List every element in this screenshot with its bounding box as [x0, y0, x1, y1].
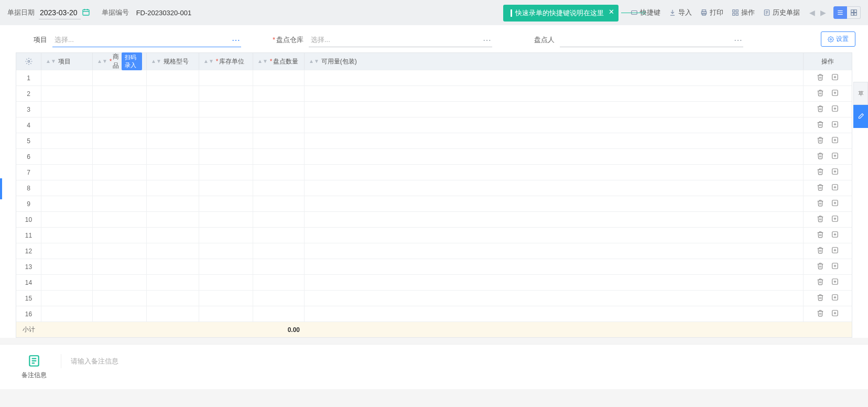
table-row[interactable]: 2 [16, 85, 852, 101]
cell-project[interactable] [41, 243, 93, 259]
print-button[interactable]: 打印 [697, 6, 726, 19]
cell-goods[interactable] [93, 133, 147, 148]
cell-avail[interactable] [305, 180, 804, 196]
cell-spec[interactable] [147, 212, 199, 227]
table-row[interactable]: 16 [16, 306, 852, 322]
cell-project[interactable] [41, 102, 93, 117]
add-row-button[interactable] [831, 262, 839, 271]
close-icon[interactable]: ✕ [609, 8, 614, 16]
delete-row-button[interactable] [817, 309, 824, 318]
add-row-button[interactable] [831, 73, 839, 82]
cell-avail[interactable] [305, 117, 804, 133]
cell-qty[interactable] [253, 149, 305, 164]
table-row[interactable]: 3 [16, 101, 852, 117]
cell-goods[interactable] [93, 306, 147, 322]
delete-row-button[interactable] [817, 199, 824, 208]
add-row-button[interactable] [831, 168, 839, 177]
cell-avail[interactable] [305, 70, 804, 85]
cell-qty[interactable] [253, 86, 305, 101]
cell-qty[interactable] [253, 306, 305, 322]
cell-project[interactable] [41, 165, 93, 180]
cell-qty[interactable] [253, 291, 305, 306]
cell-qty[interactable] [253, 275, 305, 290]
cell-unit[interactable] [199, 149, 253, 164]
cell-goods[interactable] [93, 180, 147, 196]
add-row-button[interactable] [831, 152, 839, 161]
side-tab-draft[interactable]: 草 [853, 82, 868, 105]
cell-unit[interactable] [199, 165, 253, 180]
person-picker-icon[interactable]: ⋯ [734, 35, 743, 45]
cell-project[interactable] [41, 180, 93, 196]
col-project[interactable]: ▲▼项目 [41, 53, 93, 70]
cell-qty[interactable] [253, 165, 305, 180]
cell-spec[interactable] [147, 70, 199, 85]
cell-spec[interactable] [147, 291, 199, 306]
add-row-button[interactable] [831, 184, 839, 192]
cell-goods[interactable] [93, 228, 147, 243]
cell-qty[interactable] [253, 133, 305, 148]
cell-unit[interactable] [199, 291, 253, 306]
col-spec[interactable]: ▲▼规格型号 [147, 53, 199, 70]
cell-unit[interactable] [199, 212, 253, 227]
cell-unit[interactable] [199, 180, 253, 196]
cell-unit[interactable] [199, 70, 253, 85]
view-card-button[interactable] [847, 6, 861, 19]
cell-qty[interactable] [253, 196, 305, 211]
delete-row-button[interactable] [817, 105, 824, 114]
add-row-button[interactable] [831, 294, 839, 303]
delete-row-button[interactable] [817, 262, 824, 271]
cell-unit[interactable] [199, 86, 253, 101]
cell-goods[interactable] [93, 291, 147, 306]
cell-unit[interactable] [199, 196, 253, 211]
cell-unit[interactable] [199, 228, 253, 243]
delete-row-button[interactable] [817, 168, 824, 177]
cell-avail[interactable] [305, 102, 804, 117]
delete-row-button[interactable] [817, 215, 824, 224]
cell-unit[interactable] [199, 133, 253, 148]
cell-qty[interactable] [253, 180, 305, 196]
cell-project[interactable] [41, 196, 93, 211]
cell-unit[interactable] [199, 259, 253, 274]
cell-qty[interactable] [253, 117, 305, 133]
cell-unit[interactable] [199, 306, 253, 322]
cell-spec[interactable] [147, 149, 199, 164]
table-row[interactable]: 9 [16, 196, 852, 211]
cell-project[interactable] [41, 275, 93, 290]
add-row-button[interactable] [831, 136, 839, 145]
col-goods[interactable]: ▲▼*商品扫码录入 [93, 53, 147, 70]
delete-row-button[interactable] [817, 152, 824, 161]
cell-qty[interactable] [253, 70, 305, 85]
cell-avail[interactable] [305, 259, 804, 274]
cell-project[interactable] [41, 70, 93, 85]
cell-spec[interactable] [147, 196, 199, 211]
scan-badge[interactable]: 扫码录入 [122, 52, 142, 70]
cell-avail[interactable] [305, 133, 804, 148]
table-row[interactable]: 15 [16, 290, 852, 306]
cell-spec[interactable] [147, 180, 199, 196]
delete-row-button[interactable] [817, 121, 824, 130]
table-row[interactable]: 6 [16, 148, 852, 164]
cell-qty[interactable] [253, 228, 305, 243]
table-row[interactable]: 13 [16, 259, 852, 274]
cell-spec[interactable] [147, 228, 199, 243]
cell-goods[interactable] [93, 275, 147, 290]
cell-project[interactable] [41, 228, 93, 243]
cell-goods[interactable] [93, 259, 147, 274]
cell-avail[interactable] [305, 275, 804, 290]
cell-spec[interactable] [147, 117, 199, 133]
history-button[interactable]: 历史单据 [760, 6, 803, 19]
cell-unit[interactable] [199, 117, 253, 133]
next-arrow-icon[interactable]: ▶ [818, 7, 828, 18]
prev-arrow-icon[interactable]: ◀ [807, 7, 817, 18]
cell-project[interactable] [41, 306, 93, 322]
cell-spec[interactable] [147, 306, 199, 322]
table-row[interactable]: 8 [16, 180, 852, 196]
cell-spec[interactable] [147, 102, 199, 117]
table-row[interactable]: 11 [16, 227, 852, 243]
cell-avail[interactable] [305, 306, 804, 322]
cell-avail[interactable] [305, 291, 804, 306]
table-row[interactable]: 12 [16, 243, 852, 259]
cell-qty[interactable] [253, 243, 305, 259]
project-input[interactable] [52, 33, 241, 47]
shortcut-button[interactable]: 快捷键 [627, 6, 664, 19]
